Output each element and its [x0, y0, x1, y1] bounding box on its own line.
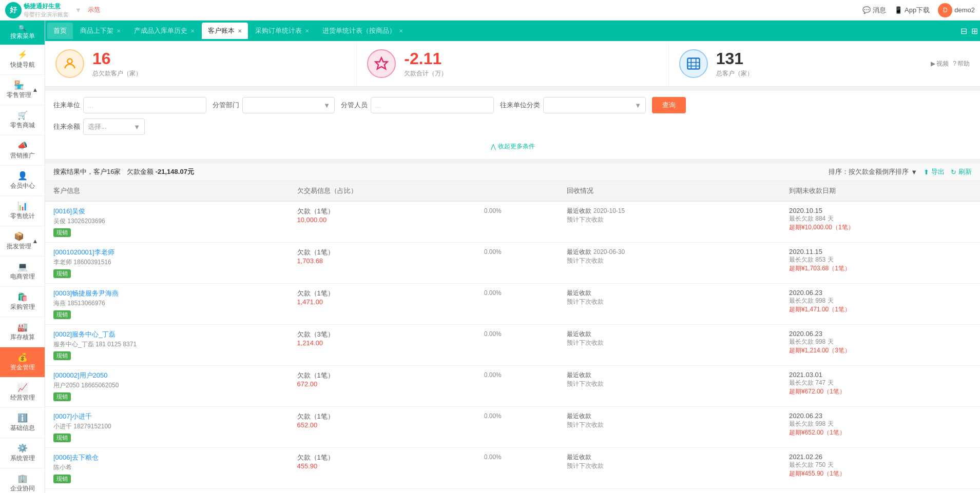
overdue-link[interactable]: 超期¥455.90（1笔） [789, 469, 972, 478]
user-menu[interactable]: D demo2 [938, 3, 975, 17]
sort-select[interactable]: 排序：按欠款金额倒序排序 ▼ [829, 167, 917, 176]
tab-purchase[interactable]: 采购订单统计表 ✕ [249, 23, 315, 39]
table-row: [0002]服务中心_丁磊 服务中心_丁磊 181 0125 8371 现销 欠… [45, 325, 980, 366]
svg-rect-2 [687, 58, 699, 69]
message-btn[interactable]: 💬 消息 [862, 6, 886, 15]
customer-sub-info: 陈小希 [53, 463, 281, 472]
video-btn[interactable]: ▶ 视频 [931, 60, 949, 68]
tab-home[interactable]: 首页 [47, 23, 73, 39]
sidebar-search[interactable]: 🔍 搜索菜单 [0, 21, 45, 45]
overdue-link[interactable]: 超期¥1,471.00（1笔） [789, 305, 972, 314]
due-cell: 2020.06.23 最长欠款 998 天 超期¥652.00（1笔） [781, 407, 980, 448]
col-collect-next [741, 181, 781, 201]
col-collect: 回收情况 [559, 181, 741, 201]
table-row: [0003]畅捷服务尹海燕 海燕 18513066976 现销 欠款（1笔） 1… [45, 284, 980, 325]
sidebar: 🔍 搜索菜单 ⚡ 快捷导航 🏪 零售管理 ▲ 🛒 零售商城 📣 营销推广 [0, 21, 45, 493]
export-btn[interactable]: ⬆ 导出 [924, 167, 945, 176]
collect-next-cell [741, 284, 781, 325]
filter-row-1: 往来单位 ... 分管部门 ▼ [53, 97, 972, 113]
tab-customer[interactable]: 客户账本 ✕ [202, 23, 248, 39]
overdue-link[interactable]: 超期¥1,703.68（1笔） [789, 264, 972, 273]
tab-close-goods-in[interactable]: ✕ [399, 28, 403, 34]
sidebar-item-ecom[interactable]: 💻 电商管理 [0, 257, 45, 287]
tab-products[interactable]: 商品上下架 ✕ [74, 23, 127, 39]
tab-minimize-icon[interactable]: ⊟ [960, 26, 967, 36]
stat-card-2: -2.11 欠款合计（万） [357, 41, 668, 86]
tab-maximize-icon[interactable]: ⊞ [971, 26, 978, 36]
query-btn[interactable]: 查询 [652, 97, 686, 113]
customer-name-link[interactable]: [000002]用户2050 [53, 371, 281, 380]
results-info: 搜索结果中，客户16家 欠款金额 -21,148.07元 [53, 167, 194, 176]
sidebar-item-member[interactable]: 👤 会员中心 [0, 166, 45, 196]
due-cell: 2020.10.15 最长欠款 884 天 超期¥10,000.00（1笔） [781, 201, 980, 243]
customer-name-link[interactable]: [0006]去下粮仓 [53, 453, 281, 462]
phone-icon: 📱 [894, 6, 902, 14]
overdue-link[interactable]: 超期¥652.00（1笔） [789, 428, 972, 437]
debt-cell: 欠款（3笔） 1,214.00 [289, 325, 476, 366]
sidebar-item-inventory[interactable]: 🏭 库存核算 [0, 317, 45, 347]
logo-text: 畅捷通好生意 母婴行业演示账套 [24, 2, 69, 18]
percent-cell: 0.00% [476, 201, 559, 243]
sidebar-item-system[interactable]: ⚙️ 系统管理 [0, 438, 45, 468]
tab-production[interactable]: 产成品入库单历史 ✕ [128, 23, 201, 39]
collect-cell: 最近收款 预计下次收款 [559, 448, 741, 489]
tab-close-production[interactable]: ✕ [190, 28, 195, 34]
customer-name-link[interactable]: [0001020001]李老师 [53, 248, 281, 257]
customer-name-link[interactable]: [0007]小进千 [53, 412, 281, 421]
col-debt-info: 欠交易信息（占比） [289, 181, 476, 201]
sidebar-item-retail-stats[interactable]: 📊 零售统计 [0, 196, 45, 226]
customer-cell: [0001020001]李老师 李老师 18600391516 现销 [45, 243, 289, 284]
sidebar-item-enterprise[interactable]: 🏢 企业协同 [0, 468, 45, 493]
customer-badge: 现销 [53, 475, 71, 483]
tab-close-purchase[interactable]: ✕ [305, 28, 309, 34]
collapse-btn[interactable]: ⋀ 收起更多条件 [53, 140, 972, 153]
store-link[interactable]: 示范 [88, 6, 100, 14]
avatar: D [938, 3, 952, 17]
tab-close-customer[interactable]: ✕ [238, 28, 242, 34]
collect-next-cell [741, 201, 781, 243]
balance-select[interactable]: 选择... ▼ [83, 119, 145, 135]
due-cell: 2020.11.15 最长欠款 853 天 超期¥1,703.68（1笔） [781, 243, 980, 284]
category-select[interactable]: ▼ [543, 97, 646, 113]
sidebar-item-basic[interactable]: ℹ️ 基础信息 [0, 408, 45, 438]
tab-goods-in[interactable]: 进货单统计表（按商品） ✕ [316, 23, 409, 39]
due-cell: 2020.12.30 最长欠款 808 天 超期¥429.00（1笔） [781, 489, 980, 494]
tab-close-products[interactable]: ✕ [117, 28, 121, 34]
video-icon: ▶ [931, 60, 935, 67]
overdue-link[interactable]: 超期¥672.00（1笔） [789, 387, 972, 396]
percent-cell: 0.00% [476, 366, 559, 407]
export-icon: ⬆ [924, 168, 929, 176]
dept-select[interactable]: ▼ [242, 97, 335, 113]
customer-name-link[interactable]: [0016]吴俊 [53, 207, 281, 216]
refresh-btn[interactable]: ↻ 刷新 [951, 167, 972, 176]
sidebar-item-purchase[interactable]: 🛍️ 采购管理 [0, 287, 45, 317]
sidebar-item-batch-mgmt[interactable]: 📦 批发管理 ▲ [0, 226, 45, 257]
collect-cell: 最近收款 2020-06-30 预计下次收款 [559, 243, 741, 284]
debt-cell: 欠款（1笔） 1,471.00 [289, 284, 476, 325]
top-bar-right: 💬 消息 📱 App下载 D demo2 [862, 3, 975, 17]
customer-name-link[interactable]: [0002]服务中心_丁磊 [53, 330, 281, 339]
sidebar-item-retail-mgmt[interactable]: 🏪 零售管理 ▲ [0, 75, 45, 105]
app-download-btn[interactable]: 📱 App下载 [894, 6, 930, 15]
overdue-link[interactable]: 超期¥1,214.00（3笔） [789, 346, 972, 355]
table-row: [000002]用户2050 用户2050 18665062050 现销 欠款（… [45, 366, 980, 407]
due-cell: 2020.06.23 最长欠款 998 天 超期¥1,214.00（3笔） [781, 325, 980, 366]
filter-unit: 往来单位 ... [53, 97, 206, 113]
due-cell: 2021.02.26 最长欠款 750 天 超期¥455.90（1笔） [781, 448, 980, 489]
sidebar-item-capital[interactable]: 💰 资金管理 [0, 347, 45, 378]
tab-bar: 首页 商品上下架 ✕ 产成品入库单历史 ✕ 客户账本 ✕ 采购订单统计表 ✕ [45, 21, 980, 41]
collect-cell: 最近收款 预计下次收款 [559, 284, 741, 325]
customer-name-link[interactable]: [0003]畅捷服务尹海燕 [53, 289, 281, 298]
sidebar-item-marketing[interactable]: 📣 营销推广 [0, 135, 45, 166]
sidebar-item-biz[interactable]: 📈 经营管理 [0, 378, 45, 408]
person-input[interactable]: ... [371, 97, 494, 113]
sidebar-item-quick-nav[interactable]: ⚡ 快捷导航 [0, 45, 45, 75]
percent-cell: 0.00% [476, 325, 559, 366]
help-btn[interactable]: ? 帮助 [953, 60, 970, 68]
collect-cell: 最近收款 预计下次收款 [559, 366, 741, 407]
sidebar-item-retail-store[interactable]: 🛒 零售商城 [0, 105, 45, 135]
customer-sub-info: 吴俊 13026203696 [53, 217, 281, 226]
filter-dept: 分管部门 ▼ [213, 97, 335, 113]
unit-input[interactable]: ... [83, 97, 206, 113]
overdue-link[interactable]: 超期¥10,000.00（1笔） [789, 223, 972, 232]
